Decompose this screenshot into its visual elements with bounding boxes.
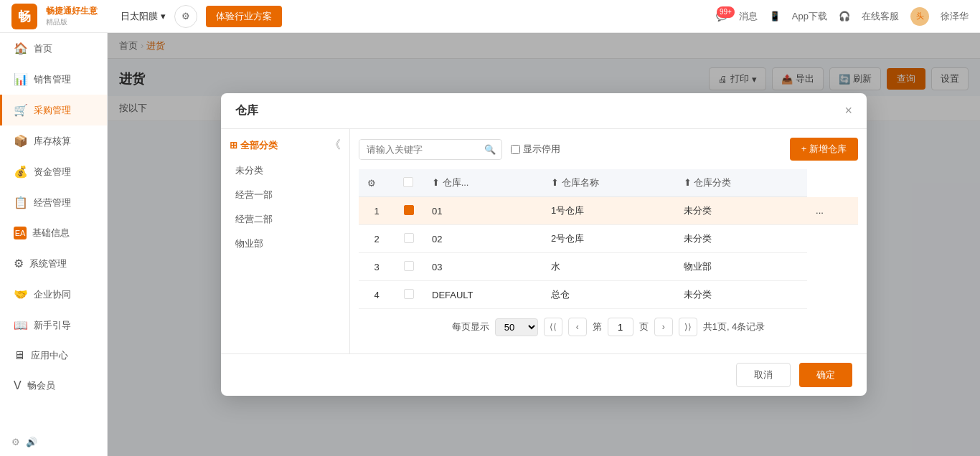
table-head: ⚙ ⬆ 仓库... xyxy=(359,169,858,197)
system-icon: ⚙ xyxy=(14,257,24,270)
row-name: 水 xyxy=(542,253,675,281)
sidebar-bottom: ⚙ 🔊 xyxy=(0,428,107,456)
top-icons: 💬 99+ 消息 📱 App下载 🎧 在线客服 头 徐泽华 xyxy=(716,7,969,26)
sidebar-item-basic-info[interactable]: EA 基础信息 xyxy=(0,218,107,248)
app-download-label[interactable]: App下载 xyxy=(792,10,827,23)
content-panel: 🔍 显示停用 + 新增仓库 xyxy=(350,129,867,353)
warehouse-modal: 仓库 × ⊞ 全部分类 《 xyxy=(221,93,867,396)
pagination: 每页显示 50 100 200 ⟨⟨ ‹ 第 页 › xyxy=(359,309,858,345)
user-avatar: 头 xyxy=(910,7,929,26)
home-icon: 🏠 xyxy=(14,42,28,55)
grid-icon: ⊞ xyxy=(230,140,237,151)
per-page-select[interactable]: 50 100 200 xyxy=(495,318,538,336)
sidebar-item-system[interactable]: ⚙ 系统管理 xyxy=(0,248,107,279)
purchase-icon: 🛒 xyxy=(14,103,28,117)
row-name: 2号仓库 xyxy=(542,225,675,253)
message-btn[interactable]: 💬 99+ xyxy=(716,11,727,22)
row-category: 物业部 xyxy=(675,253,808,281)
tree-item-dept1[interactable]: 经营一部 xyxy=(221,183,349,207)
tree-panel: ⊞ 全部分类 《 未分类 经营一部 经营二部 xyxy=(221,129,350,353)
sidebar-item-cooperation[interactable]: 🤝 企业协同 xyxy=(0,279,107,310)
page-number-input[interactable] xyxy=(608,318,633,336)
row-category: 未分类 xyxy=(675,197,808,225)
sidebar-item-purchase[interactable]: 🛒 采购管理 xyxy=(0,95,107,125)
brand-name-line2: 精品版 xyxy=(46,17,98,27)
sidebar-label-cooperation: 企业协同 xyxy=(34,288,71,301)
row-checkbox[interactable] xyxy=(404,261,414,271)
table-row[interactable]: 3 03 水 物业部 xyxy=(359,253,858,281)
modal-title: 仓库 xyxy=(235,103,258,118)
col-header-gear: ⚙ xyxy=(359,169,395,197)
store-name: 日太阳膜 xyxy=(121,10,158,23)
content-toolbar: 🔍 显示停用 + 新增仓库 xyxy=(359,138,858,161)
prev-page-btn[interactable]: ‹ xyxy=(568,318,587,336)
next-page-btn[interactable]: › xyxy=(654,318,673,336)
sidebar-item-inventory[interactable]: 📦 库存核算 xyxy=(0,125,107,156)
sidebar-item-app-center[interactable]: 🖥 应用中心 xyxy=(0,341,107,371)
tree-collapse-btn[interactable]: 《 xyxy=(329,138,341,153)
tree-item-dept2[interactable]: 经营二部 xyxy=(221,207,349,232)
confirm-button[interactable]: 确定 xyxy=(799,363,852,387)
last-page-btn[interactable]: ⟩⟩ xyxy=(679,318,697,336)
show-disabled-toggle[interactable]: 显示停用 xyxy=(511,143,560,156)
modal-body: ⊞ 全部分类 《 未分类 经营一部 经营二部 xyxy=(221,129,867,353)
sidebar-item-operations[interactable]: 📋 经营管理 xyxy=(0,187,107,218)
col-header-name: ⬆ 仓库名称 xyxy=(542,169,675,197)
modal-footer: 取消 确定 xyxy=(221,353,867,396)
user-name[interactable]: 徐泽华 xyxy=(941,10,969,23)
table-row[interactable]: 2 02 2号仓库 未分类 xyxy=(359,225,858,253)
row-checkbox-cell[interactable] xyxy=(395,225,423,253)
sidebar-item-guide[interactable]: 📖 新手引导 xyxy=(0,310,107,341)
search-icon[interactable]: 🔍 xyxy=(479,140,501,159)
sidebar-label-home: 首页 xyxy=(34,42,52,55)
row-checkbox-cell[interactable] xyxy=(395,197,423,225)
tree-item-uncategorized[interactable]: 未分类 xyxy=(221,158,349,183)
row-code: 03 xyxy=(423,253,542,281)
settings-icon-btn[interactable]: ⚙ xyxy=(174,5,197,28)
customer-service-label[interactable]: 在线客服 xyxy=(862,10,899,23)
row-checkbox[interactable] xyxy=(404,205,414,215)
cancel-button[interactable]: 取消 xyxy=(736,363,791,387)
search-input[interactable] xyxy=(359,140,479,159)
sidebar-label-operations: 经营管理 xyxy=(34,196,71,209)
tree-item-property[interactable]: 物业部 xyxy=(221,232,349,256)
basic-info-icon: EA xyxy=(14,227,27,239)
show-disabled-checkbox[interactable] xyxy=(511,145,520,154)
page-label-2: 页 xyxy=(639,320,649,333)
row-checkbox-cell[interactable] xyxy=(395,253,423,281)
sidebar-item-home[interactable]: 🏠 首页 xyxy=(0,33,107,64)
top-nav: 畅 畅捷通好生意 精品版 日太阳膜 ▾ ⚙ 体验行业方案 💬 99+ 消息 📱 … xyxy=(0,0,980,33)
table-row[interactable]: 1 01 1号仓库 未分类 ... xyxy=(359,197,858,225)
first-page-btn[interactable]: ⟨⟨ xyxy=(544,318,562,336)
sidebar-label-purchase: 采购管理 xyxy=(34,104,71,117)
row-num: 3 xyxy=(359,253,395,281)
settings-bottom-icon[interactable]: ⚙ xyxy=(11,437,20,447)
col-header-code: ⬆ 仓库... xyxy=(423,169,542,197)
sidebar-label-system: 系统管理 xyxy=(29,257,67,270)
table-row[interactable]: 4 DEFAULT 总仓 未分类 xyxy=(359,281,858,309)
sidebar-item-finance[interactable]: 💰 资金管理 xyxy=(0,156,107,187)
dropdown-icon: ▾ xyxy=(161,11,166,22)
row-code: 02 xyxy=(423,225,542,253)
sidebar-item-member[interactable]: V 畅会员 xyxy=(0,371,107,401)
sidebar-label-app-center: 应用中心 xyxy=(31,349,68,362)
table-container: ⚙ ⬆ 仓库... xyxy=(359,169,858,309)
add-warehouse-button[interactable]: + 新增仓库 xyxy=(790,138,858,161)
sidebar-item-sales[interactable]: 📊 销售管理 xyxy=(0,64,107,95)
sidebar-label-member: 畅会员 xyxy=(27,379,55,392)
trial-button[interactable]: 体验行业方案 xyxy=(206,6,282,27)
modal-close-button[interactable]: × xyxy=(844,103,852,118)
gear-icon[interactable]: ⚙ xyxy=(367,178,376,189)
search-wrap: 🔍 xyxy=(359,139,502,160)
guide-icon: 📖 xyxy=(14,318,28,332)
speaker-icon[interactable]: 🔊 xyxy=(26,437,37,447)
store-selector[interactable]: 日太阳膜 ▾ xyxy=(121,10,166,23)
row-name: 1号仓库 xyxy=(542,197,675,225)
row-checkbox[interactable] xyxy=(404,289,414,299)
row-checkbox[interactable] xyxy=(404,233,414,243)
row-checkbox-cell[interactable] xyxy=(395,281,423,309)
header-checkbox[interactable] xyxy=(403,177,413,187)
row-more-btn[interactable]: ... xyxy=(807,197,858,225)
inventory-icon: 📦 xyxy=(14,134,28,148)
tree-root[interactable]: ⊞ 全部分类 xyxy=(230,139,278,152)
